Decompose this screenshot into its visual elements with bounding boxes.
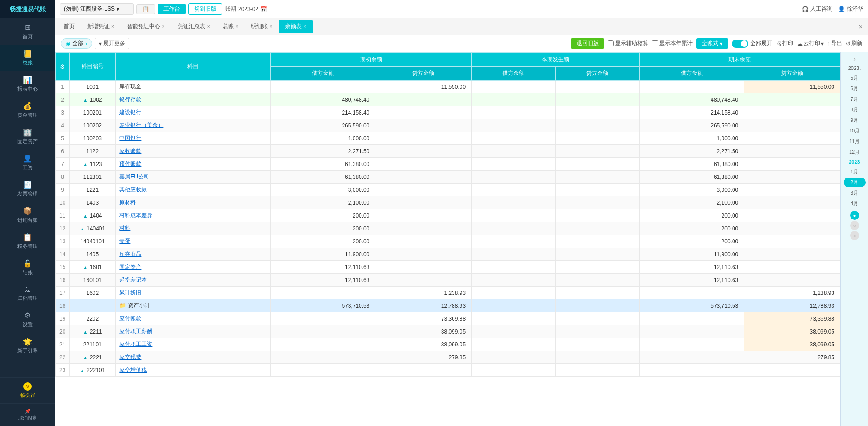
account-name[interactable]: 嘉属EU公司 xyxy=(116,171,271,184)
panel-dot-3[interactable]: ○ xyxy=(850,231,859,240)
account-name[interactable]: 应交增值税 xyxy=(116,364,271,377)
sidebar-item-hr[interactable]: 👤 工资 xyxy=(0,150,55,176)
user-profile[interactable]: 👤 徐泽华 xyxy=(838,5,863,13)
ytd-check[interactable] xyxy=(652,40,658,46)
month-1[interactable]: 1月 xyxy=(844,167,866,177)
month-12[interactable]: 12月 xyxy=(844,147,866,157)
toolbar: ◉ 全部 › ▾ 展开更多 退回旧版 显示辅助核算 显示本年累计 xyxy=(55,35,868,52)
sidebar-item-ledger[interactable]: 📒 总账 xyxy=(0,45,55,71)
expand-arrow-icon[interactable]: ▲ xyxy=(83,162,89,167)
tab-new-voucher-close[interactable]: × xyxy=(111,24,114,29)
refresh-button[interactable]: ↺ 刷新 xyxy=(846,40,862,47)
month-7[interactable]: 7月 xyxy=(844,94,866,104)
workbench-button[interactable]: 工作台 xyxy=(158,4,186,14)
tab-home[interactable]: 首页 xyxy=(57,20,81,33)
tab-smart-verify-close[interactable]: × xyxy=(162,24,165,29)
tab-ledger-close[interactable]: × xyxy=(236,24,239,29)
month-10[interactable]: 10月 xyxy=(844,126,866,136)
expand-arrow-icon[interactable]: ▲ xyxy=(83,329,89,334)
sidebar-item-invoices[interactable]: 🧾 发票管理 xyxy=(0,176,55,202)
account-name[interactable]: 材料成本差异 xyxy=(116,209,271,222)
tab-voucher-summary[interactable]: 凭证汇总表 × xyxy=(171,20,216,33)
month-11[interactable]: 11月 xyxy=(844,137,866,146)
calendar-icon[interactable]: 📅 xyxy=(260,6,267,12)
account-name[interactable]: 起提差记本 xyxy=(116,274,271,287)
sidebar-item-reports[interactable]: 📊 报表中心 xyxy=(0,71,55,97)
show-ytd-checkbox[interactable]: 显示本年累计 xyxy=(652,40,693,47)
sidebar-item-funds[interactable]: 💰 资金管理 xyxy=(0,97,55,123)
expand-arrow-icon[interactable]: ▲ xyxy=(83,98,89,103)
panel-collapse-arrow[interactable]: › xyxy=(852,54,856,63)
return-old-button[interactable]: 退回旧版 xyxy=(571,38,604,49)
month-6[interactable]: 6月 xyxy=(844,84,866,93)
print-button[interactable]: 🖨 打印 xyxy=(776,40,793,47)
account-name[interactable]: 银行存款 xyxy=(116,93,271,106)
account-name[interactable]: 应付账款 xyxy=(116,312,271,325)
month-9[interactable]: 9月 xyxy=(844,115,866,125)
name-text: 农业银行（美金） xyxy=(119,122,163,128)
cloud-print-button[interactable]: ☁ 云打印 ▾ xyxy=(797,40,824,47)
expand-arrow-icon[interactable]: ▲ xyxy=(80,226,86,231)
account-name[interactable]: 农业银行（美金） xyxy=(116,119,271,132)
account-name[interactable]: 预付账款 xyxy=(116,158,271,171)
account-name[interactable]: 中国银行 xyxy=(116,132,271,145)
account-name[interactable]: 累计折旧 xyxy=(116,287,271,299)
panel-dot-1[interactable]: ● xyxy=(850,211,859,220)
account-name[interactable]: 其他应收款 xyxy=(116,184,271,196)
month-8[interactable]: 8月 xyxy=(844,105,866,115)
sidebar-unpin[interactable]: 📌 取消固定 xyxy=(0,403,55,426)
cloud-print-label: 云打印 xyxy=(804,40,820,47)
export-button[interactable]: ↑ 导出 xyxy=(827,40,842,47)
sidebar-item-purchase[interactable]: 📦 进销台账 xyxy=(0,202,55,228)
month-3[interactable]: 3月 xyxy=(844,188,866,198)
sidebar-item-member[interactable]: V 畅会员 xyxy=(0,377,55,403)
expand-arrow-icon[interactable]: ▲ xyxy=(83,265,89,270)
switch-old-button[interactable]: 切到旧版 xyxy=(188,3,222,15)
tab-detail[interactable]: 明细账 × xyxy=(245,20,279,33)
account-name[interactable]: 库存商品 xyxy=(116,248,271,261)
account-name[interactable]: 应付职工工资 xyxy=(116,338,271,351)
account-name[interactable]: 原材料 xyxy=(116,196,271,209)
account-name[interactable]: 固定资产 xyxy=(116,261,271,274)
account-name[interactable]: 应交税费 xyxy=(116,351,271,364)
sidebar-item-closing[interactable]: 🔒 结账 xyxy=(0,254,55,281)
account-name[interactable]: 应收账款 xyxy=(116,145,271,158)
expand-more-button[interactable]: ▾ 展开更多 xyxy=(95,38,129,49)
sidebar-item-tax[interactable]: 📋 税务管理 xyxy=(0,228,55,254)
account-name[interactable]: 材料 xyxy=(116,222,271,235)
tab-ledger[interactable]: 总账 × xyxy=(216,20,245,33)
expand-arrow-icon[interactable]: ▲ xyxy=(83,355,89,360)
tab-new-voucher[interactable]: 新增凭证 × xyxy=(81,20,121,33)
gear-icon[interactable]: ⚙ xyxy=(60,63,65,70)
expand-all-toggle[interactable]: 全部展开 xyxy=(732,40,772,48)
expand-arrow-icon[interactable]: ▲ xyxy=(83,213,89,219)
tab-detail-close[interactable]: × xyxy=(269,24,272,29)
close-all-tabs[interactable]: × xyxy=(855,23,866,30)
account-name[interactable]: 建设银行 xyxy=(116,106,271,119)
account-name[interactable]: 壹蛋 xyxy=(116,235,271,248)
sidebar-item-home[interactable]: ⊞ 首页 xyxy=(0,18,55,45)
expand-arrow-icon[interactable]: ▲ xyxy=(80,368,86,373)
tab-voucher-summary-close[interactable]: × xyxy=(207,24,210,29)
format-button[interactable]: 全账式 ▾ xyxy=(696,38,728,49)
month-2-active[interactable]: 2月 xyxy=(844,178,866,187)
tab-smart-verify[interactable]: 智能凭证中心 × xyxy=(121,20,171,33)
month-5[interactable]: 5月 xyxy=(844,73,866,83)
sidebar-item-guide[interactable]: 🌟 新手引导 xyxy=(0,333,55,359)
month-4[interactable]: 4月 xyxy=(844,199,866,208)
company-selector[interactable]: (勿删) 江西股圣-LSS ▾ xyxy=(60,3,134,15)
panel-dot-2[interactable]: ○ xyxy=(850,221,859,230)
copy-button[interactable]: 📋 xyxy=(136,4,155,14)
ai-consult[interactable]: 🎧 人工咨询 xyxy=(802,5,833,13)
show-auxiliary-checkbox[interactable]: 显示辅助核算 xyxy=(608,40,648,47)
sidebar-item-settings[interactable]: ⚙ 设置 xyxy=(0,306,55,333)
sidebar-item-archive[interactable]: 🗂 归档管理 xyxy=(0,281,55,306)
toggle-control[interactable] xyxy=(732,40,748,48)
auxiliary-check[interactable] xyxy=(608,40,614,46)
account-code: ▲ 1404 xyxy=(70,209,116,222)
sidebar-item-assets[interactable]: 🏢 固定资产 xyxy=(0,123,55,150)
filter-all[interactable]: ◉ 全部 › xyxy=(61,38,92,49)
account-name[interactable]: 应付职工薪酬 xyxy=(116,325,271,338)
tab-balance-close[interactable]: × xyxy=(303,24,306,29)
tab-balance[interactable]: 余额表 × xyxy=(279,20,313,33)
